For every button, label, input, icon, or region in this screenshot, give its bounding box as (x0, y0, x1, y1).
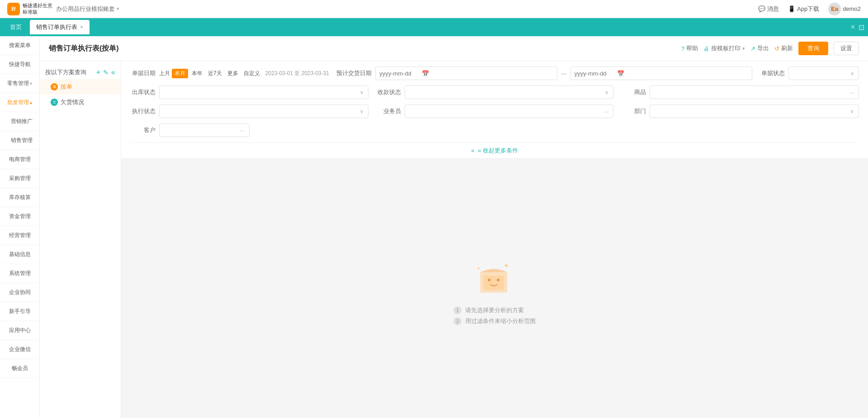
sidebar-item-retail[interactable]: 零售管理 ▾ (0, 74, 39, 93)
payment-arrow-icon: ∨ (605, 90, 609, 95)
ship-status-select[interactable]: ∨ (159, 86, 368, 99)
svg-point-3 (497, 279, 500, 281)
print-arrow-icon: ▾ (742, 46, 745, 52)
this-month-btn[interactable]: 本月 (172, 69, 188, 78)
goods-more-icon[interactable]: ··· (849, 89, 854, 96)
filter-add-btn[interactable]: + (96, 68, 100, 76)
filter-sidebar-header: 按以下方案查询 + ✎ « (40, 66, 121, 79)
filter-collapse-btn[interactable]: « (111, 68, 115, 76)
export-btn[interactable]: ↗ 导出 (750, 44, 769, 52)
empty-state: ✦ ✦ 1 请先选择要分析的方案 2 用过滤条件来缩小分析范围 (121, 159, 868, 418)
refresh-btn[interactable]: ↺ 刷新 (774, 44, 793, 52)
last-month-btn[interactable]: 上月 (159, 70, 170, 77)
sidebar-item-inventory[interactable]: 库存核算 (0, 188, 39, 207)
sidebar-item-enterprise[interactable]: 企业协同 (0, 283, 39, 302)
doc-status-field: 单据状态 ∨ (760, 66, 859, 80)
content-area: 销售订单执行表(按单) ? 帮助 🖨 按模板打印 ▾ ↗ 导出 ↺ 刷新 (40, 36, 868, 418)
tab-bar-right: × ⊡ (851, 23, 864, 32)
expected-date-end[interactable] (575, 70, 615, 77)
sidebar-item-apps[interactable]: 应用中心 (0, 321, 39, 340)
message-icon: 💬 (758, 5, 765, 12)
message-btn[interactable]: 💬 消息 (758, 5, 779, 13)
logo-text: 畅捷通好生意 标准版 (23, 3, 52, 14)
page-title: 销售订单执行表(按单) (49, 44, 119, 53)
empty-illustration: ✦ ✦ (472, 252, 517, 297)
expected-date-start-input[interactable]: 📅 (375, 66, 557, 80)
dept-field: 部门 ∨ (621, 104, 859, 118)
window-close-btn[interactable]: × (851, 23, 855, 32)
sidebar-item-sales[interactable]: 销售管理 (0, 131, 39, 150)
print-btn[interactable]: 🖨 按模板打印 ▾ (703, 44, 745, 52)
filter-row-2: 出库状态 ∨ 收款状态 ∨ (130, 86, 859, 99)
sidebar-item-member[interactable]: 畅会员 (0, 359, 39, 378)
window-expand-btn[interactable]: ⊡ (859, 23, 864, 32)
chevron-down-icon: ▾ (30, 81, 32, 86)
salesperson-input[interactable]: ··· (405, 104, 614, 118)
goods-field: 商品 ··· (621, 86, 859, 99)
dept-select[interactable]: ∨ (650, 104, 859, 118)
salesperson-more-icon[interactable]: ··· (604, 108, 609, 115)
svg-text:✦: ✦ (476, 266, 480, 271)
sidebar-item-system[interactable]: 系统管理 (0, 264, 39, 283)
chevron-up-icon: ▴ (30, 100, 32, 105)
top-bar-title[interactable]: 办公用品行业模拟账套 ▾ (56, 5, 119, 13)
customer-more-icon[interactable]: ··· (240, 127, 245, 134)
sidebar-item-operations[interactable]: 经营管理 (0, 226, 39, 245)
payment-status-field: 收款状态 ∨ (376, 86, 614, 99)
user-area[interactable]: Ea demo2 (828, 3, 861, 15)
tab-close-icon[interactable]: × (80, 24, 83, 30)
sidebar-item-wholesale[interactable]: 批发管理 ▴ (0, 93, 39, 112)
app-download-btn[interactable]: 📱 App下载 (788, 5, 819, 13)
svg-text:✦: ✦ (504, 262, 509, 269)
tab-active[interactable]: 销售订单执行表 × (30, 20, 90, 34)
sidebar-item-shortcut[interactable]: 快捷导航 (0, 55, 39, 74)
main-layout: 搜索菜单 快捷导航 零售管理 ▾ 批发管理 ▴ 营销推广 销售管理 电商管理 采… (0, 36, 868, 418)
svg-point-2 (488, 279, 491, 281)
more-date-btn[interactable]: 更多 (226, 69, 240, 78)
filter-row-4: 客户 ··· (130, 124, 859, 137)
customer-input[interactable]: ··· (159, 124, 250, 137)
sidebar-item-finance[interactable]: 资金管理 (0, 207, 39, 226)
filter-row-3: 执行状态 ∨ 业务员 ··· (130, 104, 859, 118)
salesperson-field: 业务员 ··· (376, 104, 614, 118)
this-year-btn[interactable]: 本年 (190, 69, 204, 78)
sidebar-item-search[interactable]: 搜索菜单 (0, 36, 39, 55)
filter-item-debt[interactable]: 欠 欠货情况 (40, 95, 121, 110)
expected-date-field: 预计交货日期 📅 — 📅 (336, 66, 752, 80)
dept-arrow-icon: ∨ (850, 109, 854, 114)
sidebar-item-wechat[interactable]: 企业微信 (0, 340, 39, 359)
expected-date-start[interactable] (379, 70, 420, 77)
filter-item-icon-debt: 欠 (51, 99, 58, 106)
empty-line-1: 1 请先选择要分析的方案 (453, 306, 536, 314)
print-icon: 🖨 (703, 45, 709, 52)
top-bar-right: 💬 消息 📱 App下载 Ea demo2 (758, 3, 861, 15)
empty-num-1: 1 (453, 306, 462, 314)
empty-line-2: 2 用过滤条件来缩小分析范围 (453, 317, 536, 325)
tab-home[interactable]: 首页 (4, 20, 28, 34)
ship-status-field: 出库状态 ∨ (130, 86, 368, 99)
last-7-days-btn[interactable]: 近7天 (206, 69, 224, 78)
sidebar-item-basic[interactable]: 基础信息 (0, 245, 39, 264)
sidebar-item-ecommerce[interactable]: 电商管理 (0, 150, 39, 169)
settings-button[interactable]: 设置 (834, 42, 859, 55)
expected-date-end-input[interactable]: 📅 (571, 66, 752, 80)
query-button[interactable]: 查询 (798, 42, 828, 55)
date-separator: — (561, 70, 567, 77)
exec-status-select[interactable]: ∨ (159, 104, 368, 118)
payment-status-select[interactable]: ∨ (405, 86, 614, 99)
logo-area: 好 畅捷通好生意 标准版 (7, 3, 52, 15)
filter-edit-btn[interactable]: ✎ (103, 69, 108, 76)
help-btn[interactable]: ? 帮助 (681, 44, 698, 52)
doc-status-select[interactable]: ∨ (788, 66, 859, 80)
goods-input[interactable]: ··· (650, 86, 859, 99)
page-header: 销售订单执行表(按单) ? 帮助 🖨 按模板打印 ▾ ↗ 导出 ↺ 刷新 (40, 36, 868, 61)
sidebar-item-newuser[interactable]: 新手引导 (0, 302, 39, 321)
sidebar-item-purchase[interactable]: 采购管理 (0, 169, 39, 188)
logo-icon: 好 (7, 3, 20, 15)
export-icon: ↗ (750, 45, 755, 52)
filter-item-icon-anke: 单 (51, 83, 58, 90)
filter-item-anke[interactable]: 单 按单 (40, 79, 121, 95)
sidebar-item-marketing[interactable]: 营销推广 (0, 112, 39, 131)
collapse-bar[interactable]: « « 收起更多条件 (130, 142, 859, 158)
custom-date-btn[interactable]: 自定义 (242, 69, 262, 78)
